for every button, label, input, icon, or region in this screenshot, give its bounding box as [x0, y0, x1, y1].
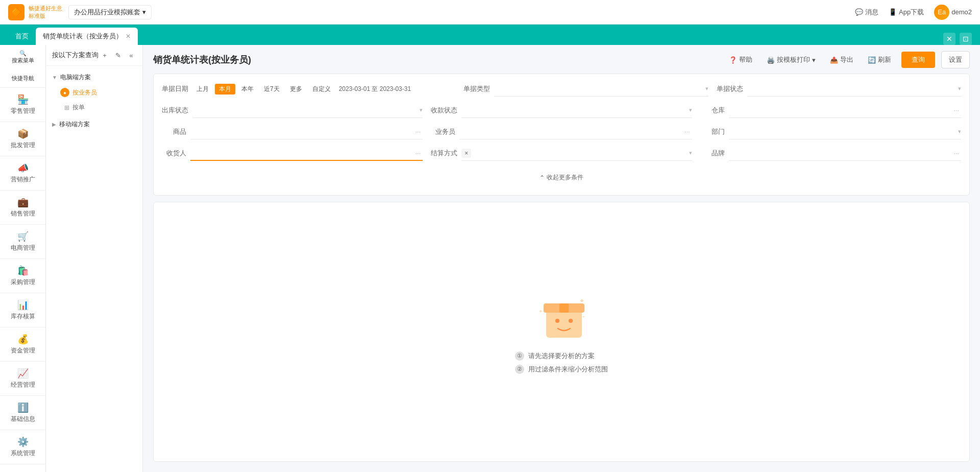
sidebar-item-sales[interactable]: 💼 销售管理 [0, 191, 45, 225]
print-button[interactable]: 🖨️ 按模板打印 ▾ [763, 53, 820, 66]
scheme-by-order[interactable]: ⊞ 按单 [46, 100, 142, 115]
date-label: 单据日期 [162, 84, 188, 93]
download-button[interactable]: 📱 App下载 [889, 8, 924, 17]
empty-step-2: ② 用过滤条件来缩小分析范围 [515, 365, 608, 374]
logo-text: 畅捷通好生意 标准版 [29, 5, 62, 19]
collapse-icon: ⌃ [540, 174, 545, 181]
doc-type-dropdown-icon: ▾ [705, 85, 708, 92]
add-scheme-button[interactable]: + [100, 50, 110, 60]
settlement-control[interactable]: × ▾ [461, 146, 692, 161]
doc-status-dropdown-icon: ▾ [958, 85, 961, 92]
tab-close-button[interactable]: ✕ [943, 33, 955, 45]
top-header: 🔶 畅捷通好生意 标准版 办公用品行业模拟账套 ▾ 💬 消息 📱 App下载 E… [0, 0, 980, 25]
collapse-bar: ⌃ 收起更多条件 [162, 167, 961, 188]
step-2-num: ② [515, 365, 524, 374]
goods-ellipsis[interactable]: ··· [413, 128, 423, 135]
filter-dept: 部门 ▾ [700, 124, 961, 139]
system-icon: ⚙️ [17, 436, 29, 447]
empty-steps: ① 请先选择要分析的方案 ② 用过滤条件来缩小分析范围 [515, 351, 608, 374]
warehouse-control[interactable]: ··· [729, 103, 961, 118]
tab-restore-button[interactable]: ⊡ [960, 33, 972, 45]
collapse-button[interactable]: ⌃ 收起更多条件 [533, 171, 590, 184]
dept-control[interactable]: ▾ [729, 124, 961, 139]
sidebar-item-system[interactable]: ⚙️ 系统管理 [0, 430, 45, 464]
filter-salesperson: 业务员 ··· [431, 124, 692, 139]
sidebar-item-basic[interactable]: ℹ️ 基础信息 [0, 396, 45, 430]
help-button[interactable]: ❓ 帮助 [725, 53, 756, 66]
tab-close-icon[interactable]: ✕ [126, 33, 131, 40]
help-icon: ❓ [729, 56, 737, 64]
message-button[interactable]: 💬 消息 [855, 8, 878, 17]
consignee-ellipsis[interactable]: ··· [413, 149, 423, 157]
settings-button[interactable]: 设置 [941, 51, 970, 68]
header-right: 💬 消息 📱 App下载 Ea demo2 [855, 5, 972, 20]
filter-consignee: 收货人 ··· [162, 146, 423, 161]
collapse-panel-button[interactable]: « [126, 50, 136, 60]
date-tab-this-year[interactable]: 本年 [237, 84, 258, 95]
inventory-icon: 📊 [17, 299, 29, 311]
goods-label: 商品 [162, 127, 186, 136]
mobile-scheme-label: 移动端方案 [59, 120, 90, 129]
app-selector[interactable]: 办公用品行业模拟账套 ▾ [68, 5, 152, 19]
tab-home[interactable]: 首页 [8, 28, 36, 45]
doc-status-control[interactable]: ▾ [747, 81, 961, 97]
collect-status-dropdown-icon: ▾ [689, 107, 692, 113]
sidebar-search[interactable]: 🔍 搜索菜单 [0, 45, 45, 69]
export-button[interactable]: 📤 导出 [826, 53, 857, 66]
settlement-tag: × [461, 149, 471, 158]
sidebar-item-marketing[interactable]: 📣 营销推广 [0, 156, 45, 191]
doc-type-control[interactable]: ▾ [494, 81, 708, 97]
out-status-control[interactable]: ▾ [192, 103, 423, 118]
sidebar-item-inventory[interactable]: 📊 库存核算 [0, 293, 45, 327]
settlement-label: 结算方式 [431, 149, 457, 158]
filter-panel: 单据日期 上月 本月 本年 近7天 更多 自定义 2023-03-01 至 20… [153, 74, 970, 196]
out-status-dropdown-icon: ▾ [420, 107, 423, 113]
svg-rect-0 [546, 310, 582, 338]
svg-text:✦: ✦ [579, 297, 584, 304]
brand-control[interactable]: ··· [729, 146, 961, 161]
mobile-scheme-header[interactable]: ▶ 移动端方案 [46, 117, 142, 132]
sidebar-item-purchase[interactable]: 🛍️ 采购管理 [0, 259, 45, 293]
warehouse-ellipsis[interactable]: ··· [951, 106, 961, 114]
refresh-button[interactable]: 🔄 刷新 [864, 53, 895, 66]
collect-status-control[interactable]: ▾ [461, 103, 692, 118]
sidebar-item-collab[interactable]: 🤝 企业协同 [0, 464, 45, 472]
user-menu[interactable]: Ea demo2 [934, 5, 972, 20]
step-1-num: ① [515, 351, 524, 361]
date-tab-custom[interactable]: 自定义 [308, 84, 335, 95]
pc-scheme-header[interactable]: ▼ 电脑端方案 [46, 70, 142, 85]
empty-illustration: ✦ ✦ ✦ [536, 290, 587, 341]
header-left: 🔶 畅捷通好生意 标准版 办公用品行业模拟账套 ▾ [8, 4, 152, 20]
doc-type-label: 单据类型 [463, 84, 490, 93]
filter-row-2: 出库状态 ▾ 收款状态 ▾ 仓库 [162, 103, 961, 118]
sidebar-item-retail[interactable]: 🏪 零售管理 [0, 88, 45, 122]
panel-title: 按以下方案查询 [52, 51, 99, 60]
date-tab-more[interactable]: 更多 [286, 84, 306, 95]
sidebar-quicknav[interactable]: 快捷导航 [0, 69, 45, 88]
sidebar-item-wholesale[interactable]: 📦 批发管理 [0, 122, 45, 156]
sub-scheme-icon: ⊞ [64, 104, 69, 111]
date-tab-last7[interactable]: 近7天 [260, 84, 284, 95]
print-chevron-icon: ▾ [812, 56, 816, 64]
salesperson-control[interactable]: ··· [459, 124, 692, 139]
sidebar-item-ecom[interactable]: 🛒 电商管理 [0, 225, 45, 259]
date-tab-this-month[interactable]: 本月 [215, 84, 235, 95]
logo-icon: 🔶 [8, 4, 24, 20]
scheme-by-salesperson[interactable]: ● 按业务员 [46, 85, 142, 100]
pc-expand-icon: ▼ [52, 75, 57, 80]
export-icon: 📤 [830, 56, 838, 64]
edit-scheme-button[interactable]: ✎ [113, 50, 123, 60]
consignee-control[interactable]: ··· [190, 146, 423, 161]
salesperson-ellipsis[interactable]: ··· [682, 128, 692, 135]
brand-ellipsis[interactable]: ··· [951, 149, 961, 157]
goods-control[interactable]: ··· [190, 124, 423, 139]
sidebar-item-ops[interactable]: 📈 经营管理 [0, 362, 45, 396]
left-panel: 按以下方案查询 + ✎ « ▼ 电脑端方案 ● 按业务员 ⊞ 按单 [46, 45, 143, 472]
sidebar-item-finance[interactable]: 💰 资金管理 [0, 327, 45, 362]
tab-sales-stats[interactable]: 销货单统计表（按业务员） ✕ [36, 28, 138, 45]
tag-close-icon[interactable]: × [464, 150, 468, 157]
date-tabs: 上月 本月 本年 近7天 更多 自定义 [192, 84, 335, 95]
query-button[interactable]: 查询 [901, 52, 935, 68]
retail-icon: 🏪 [17, 94, 29, 105]
date-tab-last-month[interactable]: 上月 [192, 84, 213, 95]
